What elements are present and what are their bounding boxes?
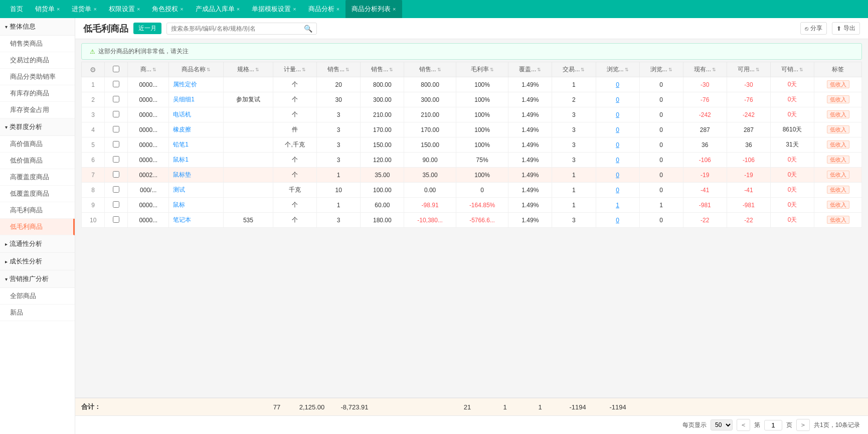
sidebar-item-all-goods[interactable]: 全部商品 [0, 288, 75, 305]
nav-purchase-order[interactable]: 进货单 × [66, 0, 102, 18]
row-checkbox[interactable] [105, 77, 128, 92]
sidebar-item-inventory-fund[interactable]: 库存资金占用 [0, 102, 75, 118]
row-view1[interactable]: 1 [596, 198, 639, 213]
search-icon[interactable]: 🔍 [304, 25, 312, 33]
row-checkbox[interactable] [105, 198, 128, 213]
prev-page-btn[interactable]: ＜ [737, 419, 750, 431]
row-view1[interactable]: 0 [596, 77, 639, 92]
sidebar-group-marketing[interactable]: ▾ 营销推广分析 [0, 270, 75, 288]
nav-goods-analysis[interactable]: 商品分析 × [302, 0, 345, 18]
row-name[interactable]: 属性定价 [169, 77, 223, 92]
row-check-0[interactable] [113, 81, 119, 87]
row-name[interactable]: 鼠标 [169, 198, 223, 213]
nav-close-purchase[interactable]: × [93, 6, 96, 12]
row-check-5[interactable] [113, 156, 119, 163]
sidebar-item-new-goods[interactable]: 新品 [0, 305, 75, 321]
sort-arrow-spec[interactable]: ⇅ [255, 67, 259, 72]
nav-close-list[interactable]: × [393, 6, 396, 12]
row-name[interactable]: 鼠标垫 [169, 168, 223, 183]
row-name[interactable]: 吴细细1 [169, 92, 223, 107]
row-name[interactable]: 鼠标1 [169, 153, 223, 168]
export-button[interactable]: ⬆ 导出 [832, 22, 860, 35]
row-view1[interactable]: 0 [596, 122, 639, 137]
row-view1[interactable]: 0 [596, 137, 639, 153]
period-button[interactable]: 近一月 [133, 23, 161, 34]
nav-close-goods[interactable]: × [336, 6, 339, 12]
sort-arrow-sellable[interactable]: ⇅ [799, 67, 803, 72]
row-checkbox[interactable] [105, 137, 128, 153]
sidebar-item-low-margin[interactable]: 低毛利商品 [0, 219, 75, 235]
sort-arrow-name[interactable]: ⇅ [207, 67, 211, 72]
row-check-2[interactable] [113, 111, 119, 117]
nav-close-product[interactable]: × [237, 6, 240, 12]
row-checkbox[interactable] [105, 168, 128, 183]
nav-permission[interactable]: 权限设置 × [103, 0, 146, 18]
sidebar-item-traded-goods[interactable]: 交易过的商品 [0, 52, 75, 69]
row-name[interactable]: 橡皮擦 [169, 122, 223, 137]
page-input[interactable] [764, 420, 782, 430]
sidebar-item-category-rate[interactable]: 商品分类助销率 [0, 69, 75, 85]
sidebar-group-flow[interactable]: ▸ 流通性分析 [0, 235, 75, 253]
sidebar-item-low-coverage[interactable]: 低覆盖度商品 [0, 186, 75, 202]
row-checkbox[interactable] [105, 107, 128, 122]
sort-arrow-cost[interactable]: ⇅ [437, 67, 441, 72]
sort-arrow-available[interactable]: ⇅ [756, 67, 760, 72]
row-name[interactable]: 铅笔1 [169, 137, 223, 153]
share-button[interactable]: ⎋ 分享 [800, 22, 827, 35]
row-name[interactable]: 电话机 [169, 107, 223, 122]
sort-arrow-price[interactable]: ⇅ [389, 67, 393, 72]
row-view1[interactable]: 0 [596, 168, 639, 183]
row-check-1[interactable] [113, 96, 119, 102]
row-view1[interactable]: 0 [596, 213, 639, 228]
nav-sales-order[interactable]: 销货单 × [29, 0, 66, 18]
nav-goods-analysis-list[interactable]: 商品分析列表 × [345, 0, 402, 18]
nav-close-permission[interactable]: × [137, 6, 140, 12]
sort-arrow-view2[interactable]: ⇅ [668, 67, 672, 72]
row-name[interactable]: 测试 [169, 183, 223, 198]
row-check-3[interactable] [113, 126, 119, 132]
row-check-8[interactable] [113, 201, 119, 208]
sort-arrow-current[interactable]: ⇅ [712, 67, 716, 72]
row-view1[interactable]: 0 [596, 92, 639, 107]
sort-arrow-margin[interactable]: ⇅ [490, 67, 494, 72]
row-checkbox[interactable] [105, 183, 128, 198]
nav-role-auth[interactable]: 角色授权 × [146, 0, 189, 18]
sort-arrow-qty[interactable]: ⇅ [345, 67, 350, 72]
row-checkbox[interactable] [105, 122, 128, 137]
row-checkbox[interactable] [105, 153, 128, 168]
row-check-9[interactable] [113, 216, 119, 223]
sidebar-group-overall[interactable]: ▾ 整体信息 [0, 18, 75, 36]
nav-product-entry[interactable]: 产成品入库单 × [190, 0, 246, 18]
sidebar-item-low-value[interactable]: 低价值商品 [0, 153, 75, 169]
sidebar-item-in-stock[interactable]: 有库存的商品 [0, 85, 75, 102]
row-check-6[interactable] [113, 171, 119, 178]
sidebar-group-growth[interactable]: ▸ 成长性分析 [0, 253, 75, 270]
nav-close-sales[interactable]: × [57, 6, 60, 12]
sidebar-item-high-value[interactable]: 高价值商品 [0, 136, 75, 153]
search-input[interactable] [171, 25, 304, 32]
col-settings[interactable]: ⚙ [82, 62, 105, 77]
sidebar-item-sales-goods[interactable]: 销售类商品 [0, 36, 75, 52]
sort-arrow-unit[interactable]: ⇅ [302, 67, 306, 72]
row-name[interactable]: 笔记本 [169, 213, 223, 228]
sidebar-item-high-coverage[interactable]: 高覆盖度商品 [0, 169, 75, 186]
sort-arrow-code[interactable]: ⇅ [152, 67, 156, 72]
select-all-checkbox[interactable] [113, 66, 119, 72]
row-checkbox[interactable] [105, 92, 128, 107]
nav-home[interactable]: 首页 [4, 0, 29, 18]
sidebar-item-high-margin[interactable]: 高毛利商品 [0, 202, 75, 219]
nav-template[interactable]: 单据模板设置 × [246, 0, 302, 18]
per-page-select[interactable]: 50 [711, 419, 733, 430]
row-view1[interactable]: 0 [596, 153, 639, 168]
row-view1[interactable]: 0 [596, 183, 639, 198]
row-check-4[interactable] [113, 141, 119, 148]
row-checkbox[interactable] [105, 213, 128, 228]
row-view1[interactable]: 0 [596, 107, 639, 122]
sort-arrow-view1[interactable]: ⇅ [625, 67, 629, 72]
settings-icon[interactable]: ⚙ [90, 66, 96, 74]
next-page-btn[interactable]: ＞ [796, 419, 810, 431]
nav-close-template[interactable]: × [293, 6, 296, 12]
sort-arrow-transaction[interactable]: ⇅ [581, 67, 585, 72]
nav-close-role[interactable]: × [180, 6, 183, 12]
row-check-7[interactable] [113, 186, 119, 193]
